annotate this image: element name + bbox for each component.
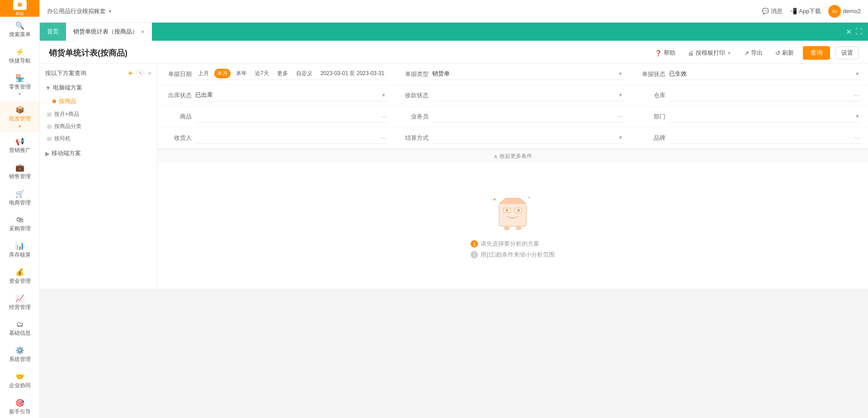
tip-num-1: 1 bbox=[471, 240, 478, 247]
avatar: Ea bbox=[828, 5, 841, 18]
date-tag-7days[interactable]: 近7天 bbox=[252, 69, 272, 78]
tip-num-2: 2 bbox=[471, 251, 478, 258]
receiver-value[interactable]: ··· bbox=[195, 132, 387, 144]
topbar-actions: 💬 消息 📲 App下载 Ea demo2 bbox=[762, 5, 861, 18]
refresh-button[interactable]: ↺ 刷新 bbox=[772, 47, 797, 59]
svg-text:✦: ✦ bbox=[524, 216, 527, 220]
scheme-item-by-category[interactable]: ▤ 按商品分类 bbox=[40, 120, 157, 133]
sidebar-item-wholesale[interactable]: 📦 批发管理 ▲ bbox=[0, 101, 39, 133]
ecom-icon: 🛒 bbox=[15, 190, 24, 198]
staff-dots[interactable]: ··· bbox=[618, 113, 623, 120]
sidebar-item-guide[interactable]: 🎯 新手引导 bbox=[0, 394, 39, 418]
message-action[interactable]: 💬 消息 bbox=[762, 7, 783, 15]
print-icon: 🖨 bbox=[688, 50, 694, 57]
print-button[interactable]: 🖨 按模板打印 ▼ bbox=[684, 47, 735, 59]
topbar: 办公用品行业模拟账套 ▼ 💬 消息 📲 App下载 Ea demo2 bbox=[40, 0, 868, 23]
tab-report[interactable]: 销货单统计表（按商品） ✕ bbox=[66, 23, 152, 41]
scheme-item-by-goods[interactable]: 按商品 bbox=[40, 95, 157, 108]
empty-illustration: ✦ ✦ ✦ bbox=[490, 190, 535, 231]
warehouse-label: 仓库 bbox=[638, 91, 669, 100]
tab-maximize-button[interactable]: ⛶ bbox=[855, 28, 863, 36]
settle-value[interactable]: ▼ bbox=[432, 132, 624, 144]
sidebar-item-ecom[interactable]: 🛒 电商管理 bbox=[0, 185, 39, 211]
app-download-action[interactable]: 📲 App下载 bbox=[790, 7, 821, 15]
help-icon: ❓ bbox=[655, 50, 662, 57]
sidebar-item-system[interactable]: ⚙️ 系统管理 bbox=[0, 342, 39, 368]
tab-home[interactable]: 首页 bbox=[40, 23, 66, 41]
sidebar-item-collab[interactable]: 🤝 企业协同 bbox=[0, 368, 39, 394]
receive-label: 收款状态 bbox=[401, 91, 432, 100]
body-area: 按以下方案查询 + ✎ « ▼ 电脑端方案 bbox=[40, 64, 868, 289]
sidebar-item-purchase[interactable]: 🛍 采购管理 bbox=[0, 211, 39, 237]
svg-text:✦: ✦ bbox=[492, 196, 497, 203]
filter-cell-dept: 部门 ▼ bbox=[631, 106, 868, 128]
date-tag-custom[interactable]: 自定义 bbox=[293, 69, 315, 78]
sidebar-item-basic[interactable]: 🗂 基础信息 bbox=[0, 316, 39, 342]
user-action[interactable]: Ea demo2 bbox=[828, 5, 861, 18]
sidebar-item-search[interactable]: 🔍 搜索菜单 bbox=[0, 17, 39, 43]
tab-close-button[interactable]: ✕ bbox=[141, 29, 145, 35]
print-dropdown-arrow[interactable]: ▼ bbox=[727, 51, 731, 56]
basic-icon: 🗂 bbox=[16, 320, 24, 328]
scheme-item-by-driver[interactable]: ▤ 按司机 bbox=[40, 133, 157, 145]
table-icon-2: ▤ bbox=[47, 124, 52, 129]
purchase-icon: 🛍 bbox=[16, 216, 24, 224]
date-tag-last-month[interactable]: 上月 bbox=[195, 69, 212, 78]
receive-value[interactable]: ▼ bbox=[432, 90, 624, 101]
industry-dropdown-arrow[interactable]: ▼ bbox=[108, 9, 113, 14]
scheme-collapse-button[interactable]: « bbox=[148, 69, 151, 77]
dept-value[interactable]: ▼ bbox=[669, 111, 861, 123]
help-button[interactable]: ❓ 帮助 bbox=[651, 47, 679, 59]
app-logo[interactable]: 畅 标版 bbox=[0, 0, 39, 17]
sidebar-item-inventory[interactable]: 📊 库存核算 bbox=[0, 237, 39, 263]
receiver-label: 收货人 bbox=[165, 134, 195, 142]
retail-icon: 🏪 bbox=[15, 74, 24, 82]
settings-button[interactable]: 设置 bbox=[835, 47, 859, 59]
goods-value[interactable]: ··· bbox=[195, 111, 387, 123]
scheme-group-mobile-title[interactable]: ▶ 移动端方案 bbox=[40, 147, 157, 160]
date-tag-this-month[interactable]: 本月 bbox=[214, 69, 231, 78]
outstock-dropdown-arrow[interactable]: ▼ bbox=[381, 92, 386, 98]
receive-dropdown-arrow[interactable]: ▼ bbox=[618, 92, 623, 98]
sidebar-item-retail[interactable]: 🏪 零售管理 ▼ bbox=[0, 69, 39, 101]
scheme-add-button[interactable]: + bbox=[128, 69, 132, 77]
tab-close-window-button[interactable]: ✕ bbox=[846, 28, 852, 36]
sidebar-item-operation[interactable]: 📈 经营管理 bbox=[0, 290, 39, 316]
warehouse-value[interactable]: ··· bbox=[669, 90, 861, 101]
status-dropdown-arrow[interactable]: ▼ bbox=[855, 71, 860, 76]
page-actions: ❓ 帮助 🖨 按模板打印 ▼ ↗ 导出 ↺ 刷新 bbox=[651, 46, 859, 60]
sidebar-item-sales[interactable]: 💼 销售管理 bbox=[0, 159, 39, 185]
brand-dots[interactable]: ··· bbox=[854, 134, 860, 141]
receiver-dots[interactable]: ··· bbox=[381, 134, 386, 141]
scheme-group-desktop-title[interactable]: ▼ 电脑端方案 bbox=[40, 81, 157, 95]
collapse-arrow-icon: ∧ bbox=[494, 153, 498, 160]
date-tag-this-year[interactable]: 本年 bbox=[233, 69, 250, 78]
query-button[interactable]: 查询 bbox=[803, 46, 830, 60]
scheme-item-by-month-goods[interactable]: ▤ 按月+商品 bbox=[40, 108, 157, 120]
export-button[interactable]: ↗ 导出 bbox=[741, 47, 766, 59]
brand-value[interactable]: ··· bbox=[669, 132, 861, 144]
date-range-value: 2023-03-01 至 2023-03-31 bbox=[321, 70, 384, 77]
outstock-value[interactable]: 已出库 ▼ bbox=[195, 90, 387, 101]
staff-value[interactable]: ··· bbox=[432, 111, 624, 123]
sidebar-item-finance[interactable]: 💰 资金管理 bbox=[0, 263, 39, 290]
scheme-edit-button[interactable]: ✎ bbox=[136, 69, 144, 77]
sidebar-item-marketing[interactable]: 📢 营销推广 bbox=[0, 133, 39, 159]
finance-icon: 💰 bbox=[15, 268, 24, 276]
status-value[interactable]: 已生效 ▼ bbox=[669, 68, 861, 80]
dept-dropdown-arrow[interactable]: ▼ bbox=[855, 114, 860, 119]
collapse-bar[interactable]: ∧ 收起更多条件 bbox=[157, 149, 868, 163]
warehouse-dots[interactable]: ··· bbox=[854, 91, 860, 99]
right-area: 单据日期 上月 本月 本年 近7天 更多 自定义 2023-03-01 至 20… bbox=[157, 64, 868, 289]
home-tab-label: 首页 bbox=[47, 28, 59, 36]
type-value[interactable]: 销货单 ▼ bbox=[432, 68, 624, 80]
goods-dots[interactable]: ··· bbox=[381, 113, 386, 120]
type-dropdown-arrow[interactable]: ▼ bbox=[618, 71, 623, 76]
filter-cell-receiver: 收货人 ··· bbox=[157, 128, 394, 149]
filter-cell-status: 单据状态 已生效 ▼ bbox=[631, 64, 868, 85]
sidebar-item-quicknav[interactable]: ⚡ 快捷导航 bbox=[0, 43, 39, 69]
scheme-panel: 按以下方案查询 + ✎ « ▼ 电脑端方案 bbox=[40, 64, 157, 289]
scheme-group-mobile-arrow: ▶ bbox=[45, 150, 50, 157]
date-tag-more[interactable]: 更多 bbox=[274, 69, 291, 78]
settle-dropdown-arrow[interactable]: ▼ bbox=[618, 135, 623, 140]
